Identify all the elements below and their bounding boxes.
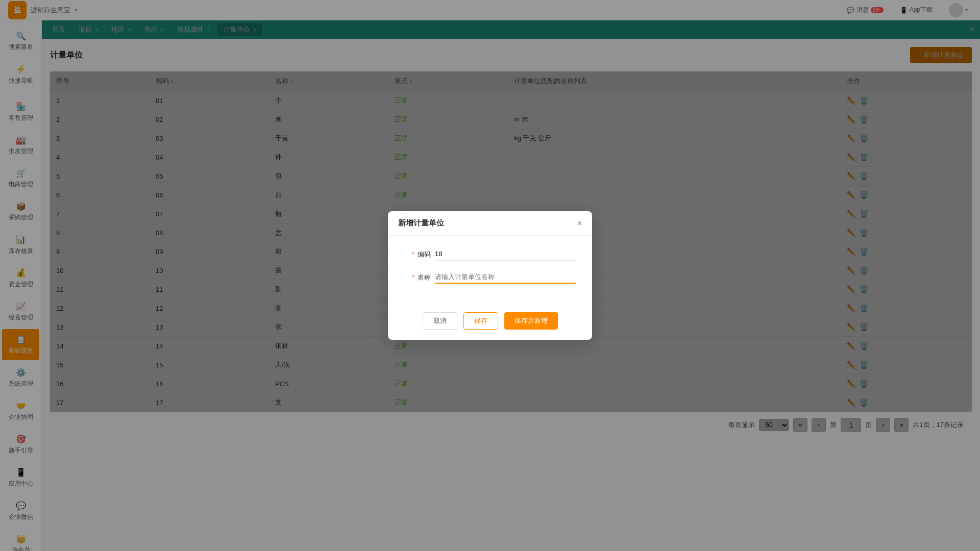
modal-header: 新增计量单位 × [388,211,592,236]
modal-footer: 取消 保存 保存并新增 [388,306,592,340]
modal-body: * 编码 * 名称 [388,236,592,306]
modal-title: 新增计量单位 [398,218,444,228]
code-label: * 编码 [404,250,435,259]
name-label: * 名称 [404,273,435,282]
save-and-new-button[interactable]: 保存并新增 [504,312,558,330]
modal-close-button[interactable]: × [577,219,582,228]
required-star-name: * [412,273,414,281]
save-button[interactable]: 保存 [463,312,498,330]
form-row-name: * 名称 [404,271,576,284]
name-input[interactable] [435,271,576,284]
code-input[interactable] [435,248,576,261]
cancel-button[interactable]: 取消 [423,312,457,330]
form-row-code: * 编码 [404,248,576,261]
modal-overlay: 新增计量单位 × * 编码 * 名称 取消 保存 保存并新增 [0,0,980,551]
add-measure-unit-modal: 新增计量单位 × * 编码 * 名称 取消 保存 保存并新增 [388,211,592,340]
required-star-code: * [412,251,414,258]
